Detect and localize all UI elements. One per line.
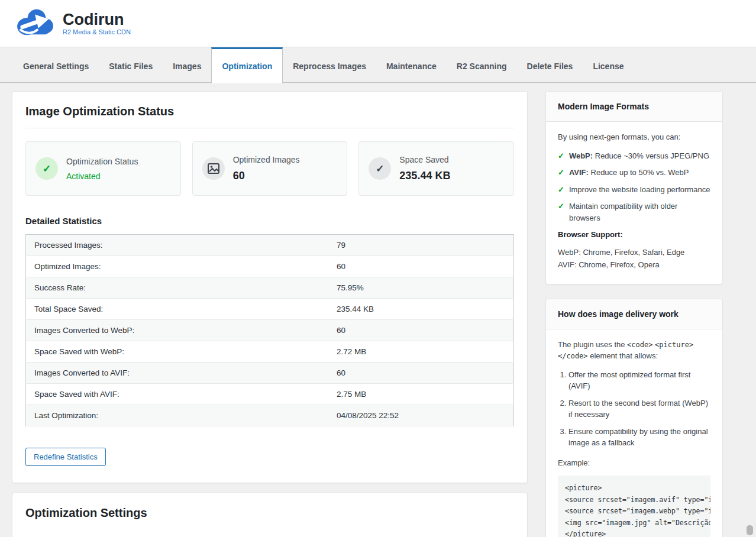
table-row: Space Saved with WebP: 2.72 MB <box>26 341 514 363</box>
image-delivery-card: How does image delivery work The plugin … <box>545 299 723 537</box>
example-label: Example: <box>558 457 710 469</box>
statistics-table: Processed Images: 79 Optimized Images: 6… <box>25 234 514 426</box>
stat-row-label: Total Space Saved: <box>26 299 329 320</box>
stat-row-value: 60 <box>328 320 514 341</box>
code-example[interactable]: <picture> <source srcset="imagem.avif" t… <box>558 475 710 537</box>
logo: Codirun R2 Media & Static CDN <box>13 6 131 41</box>
code-line: <source srcset="imagem.avif" type="image… <box>565 494 710 506</box>
tab-optimization[interactable]: Optimization <box>211 47 283 83</box>
stat-row-value: 2.72 MB <box>328 341 514 363</box>
check-icon: ✓ <box>558 150 564 162</box>
stat-row-label: Optimized Images: <box>26 256 329 277</box>
code-line: <source srcset="imagem.webp" type="image… <box>565 506 710 517</box>
stat-row-value: 60 <box>328 256 514 277</box>
image-delivery-title: How does image delivery work <box>546 299 722 329</box>
table-row: Optimized Images: 60 <box>26 256 514 277</box>
stat-card-optimization-status: ✓ Optimization Status Activated <box>25 141 181 196</box>
table-row: Images Converted to WebP: 60 <box>26 320 514 341</box>
delivery-step: Offer the most optimized format first (A… <box>568 369 710 392</box>
table-row: Success Rate: 75.95% <box>26 277 514 299</box>
stat-row-label: Space Saved with WebP: <box>26 341 329 363</box>
stat-row-label: Images Converted to WebP: <box>26 320 329 341</box>
table-row: Total Space Saved: 235.44 KB <box>26 299 514 320</box>
tab-static-files[interactable]: Static Files <box>99 47 163 83</box>
image-optimization-status-card: Image Optimization Status ✓ Optimization… <box>12 91 528 483</box>
stat-row-value: 235.44 KB <box>328 299 514 320</box>
page-scrollbar-thumb[interactable] <box>747 525 753 535</box>
benefit-text: WebP: Reduce ~30% versus JPEG/PNG <box>569 150 709 162</box>
stat-row-value: 04/08/2025 22:52 <box>328 405 514 426</box>
code-line: </picture> <box>565 529 710 537</box>
code-line: <picture> <box>565 483 710 494</box>
formats-intro: By using next-gen formats, you can: <box>558 131 710 143</box>
optimization-settings-card: Optimization Settings <box>12 493 528 537</box>
modern-image-formats-card: Modern Image Formats By using next-gen f… <box>545 91 723 284</box>
delivery-intro: The plugin uses the <code> <picture> </c… <box>558 339 710 362</box>
delivery-steps-list: Offer the most optimized format first (A… <box>568 369 710 449</box>
check-icon: ✓ <box>369 157 391 180</box>
stat-row-value: 79 <box>328 235 514 256</box>
tab-license[interactable]: License <box>583 47 634 83</box>
tab-bar: General Settings Static Files Images Opt… <box>0 47 756 83</box>
stat-row-label: Success Rate: <box>26 277 329 299</box>
stat-label: Optimized Images <box>233 155 300 164</box>
status-badge: Activated <box>66 172 138 181</box>
stat-row-value: 75.95% <box>328 277 514 299</box>
stat-row-label: Processed Images: <box>26 235 329 256</box>
code-open-tag: <code> <box>627 341 652 349</box>
delivery-step: Resort to the second best format (WebP) … <box>568 397 710 420</box>
code-line: <img src="imagem.jpg" alt="Descrição"> <box>565 517 710 529</box>
tab-reprocess-images[interactable]: Reprocess Images <box>283 47 376 83</box>
stat-row-value: 60 <box>328 363 514 384</box>
app-subtitle: R2 Media & Static CDN <box>63 28 131 35</box>
cloud-arrow-logo-icon <box>13 6 58 41</box>
benefit-text: AVIF: Reduce up to 50% vs. WebP <box>569 167 689 179</box>
app-title: Codirun <box>63 11 131 29</box>
tab-maintenance[interactable]: Maintenance <box>376 47 447 83</box>
detailed-statistics-title: Detailed Statistics <box>25 216 514 226</box>
benefit-text: Maintain compatibility with older browse… <box>569 200 710 224</box>
page-title: Image Optimization Status <box>25 105 514 128</box>
image-icon <box>202 157 225 180</box>
tab-delete-files[interactable]: Delete Files <box>517 47 583 83</box>
stat-value: 60 <box>233 170 300 182</box>
check-icon: ✓ <box>558 184 564 196</box>
stats-row: ✓ Optimization Status Activated <box>25 141 514 196</box>
browser-support-avif: AVIF: Chrome, Firefox, Opera <box>558 259 710 271</box>
format-benefit-item: ✓ Improve the website loading performanc… <box>558 184 710 196</box>
tab-images[interactable]: Images <box>163 47 211 83</box>
check-circle-icon: ✓ <box>35 157 58 180</box>
stat-row-label: Space Saved with AVIF: <box>26 384 329 405</box>
stat-value: 235.44 KB <box>399 170 450 182</box>
table-row: Images Converted to AVIF: 60 <box>26 363 514 384</box>
format-benefit-item: ✓ AVIF: Reduce up to 50% vs. WebP <box>558 167 710 179</box>
redefine-statistics-button[interactable]: Redefine Statistics <box>25 448 106 466</box>
check-icon: ✓ <box>558 167 564 179</box>
picture-tag: <picture> <box>655 341 693 349</box>
browser-support-title: Browser Support: <box>558 229 710 241</box>
table-row: Last Optimization: 04/08/2025 22:52 <box>26 405 514 426</box>
delivery-step: Ensure compatibility by using the origin… <box>568 426 710 449</box>
optimization-settings-title: Optimization Settings <box>25 506 514 520</box>
table-row: Space Saved with AVIF: 2.75 MB <box>26 384 514 405</box>
stat-label: Optimization Status <box>66 157 138 166</box>
stat-label: Space Saved <box>399 155 450 164</box>
stat-card-space-saved: ✓ Space Saved 235.44 KB <box>358 141 514 196</box>
tab-general-settings[interactable]: General Settings <box>13 47 99 83</box>
stat-row-value: 2.75 MB <box>328 384 514 405</box>
stat-row-label: Last Optimization: <box>26 405 329 426</box>
code-close-tag: </code> <box>558 352 588 360</box>
table-row: Processed Images: 79 <box>26 235 514 256</box>
app-header: Codirun R2 Media & Static CDN <box>0 0 756 47</box>
format-benefit-item: ✓ Maintain compatibility with older brow… <box>558 200 710 224</box>
benefit-text: Improve the website loading performance <box>569 184 710 196</box>
format-benefit-item: ✓ WebP: Reduce ~30% versus JPEG/PNG <box>558 150 710 162</box>
stat-row-label: Images Converted to AVIF: <box>26 363 329 384</box>
browser-support-webp: WebP: Chrome, Firefox, Safari, Edge <box>558 247 710 258</box>
tab-r2-scanning[interactable]: R2 Scanning <box>447 47 517 83</box>
check-icon: ✓ <box>558 200 564 224</box>
stat-card-optimized-images: Optimized Images 60 <box>192 141 348 196</box>
modern-image-formats-title: Modern Image Formats <box>546 92 722 122</box>
